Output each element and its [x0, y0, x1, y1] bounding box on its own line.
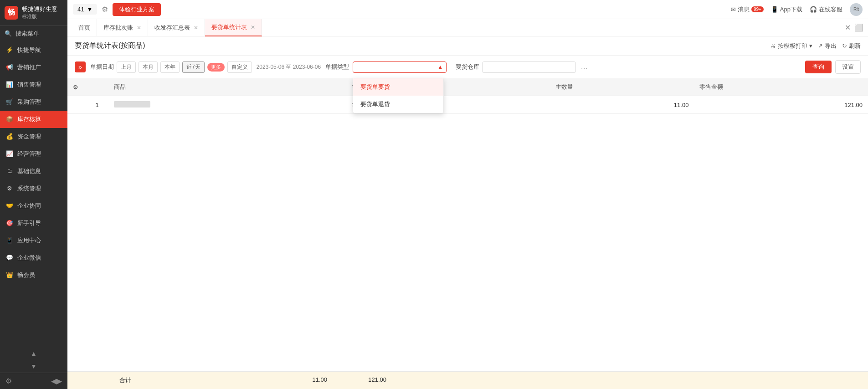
tab-close-receive-summary[interactable]: ✕ [194, 25, 198, 31]
sidebar-item-appstore[interactable]: 📱应用中心 [0, 232, 67, 249]
search-icon: 🔍 [5, 30, 12, 37]
message-icon: ✉ [731, 6, 736, 13]
sidebar-item-basic[interactable]: 🗂基础信息 [0, 163, 67, 180]
row-index-0: 1 [86, 96, 108, 114]
print-action[interactable]: 🖨 按模板打印 ▾ [770, 42, 812, 50]
sidebar: 畅 畅捷通好生意 标准版 🔍 搜索菜单 ⚡快捷导航📢营销推广📊销售管理🛒采购管理… [0, 0, 67, 389]
sidebar-nav: ⚡快捷导航📢营销推广📊销售管理🛒采购管理📦库存核算💰资金管理📈经营管理🗂基础信息… [0, 41, 67, 347]
sidebar-item-member[interactable]: 👑畅会员 [0, 266, 67, 284]
query-button[interactable]: 查询 [805, 61, 832, 73]
sidebar-item-wechat[interactable]: 💬企业微信 [0, 249, 67, 266]
tab-batch-account[interactable]: 库存批次账✕ [97, 19, 148, 36]
page-title: 要货单统计表(按商品) [75, 41, 145, 51]
avatar[interactable]: Rit [850, 3, 863, 16]
page-header-actions: 🖨 按模板打印 ▾ ↗ 导出 ↻ 刷新 [770, 42, 861, 50]
dropdown-item-return[interactable]: 要货单退货 [353, 96, 443, 113]
row-product-0 [108, 96, 346, 114]
warehouse-input[interactable] [482, 61, 576, 73]
collapse-icon[interactable]: ◀▶ [51, 377, 62, 385]
tab-receive-summary[interactable]: 收发存汇总表✕ [148, 19, 205, 36]
nav-icon-operations: 📈 [5, 150, 14, 158]
sidebar-search[interactable]: 🔍 搜索菜单 [0, 26, 67, 41]
nav-icon-quick-nav: ⚡ [5, 46, 14, 54]
nav-icon-guide: 🎯 [5, 219, 14, 227]
nav-label-quick-nav: 快捷导航 [17, 46, 41, 54]
close-window-btn[interactable]: ✕ [845, 23, 851, 32]
nav-label-guide: 新手引导 [17, 219, 41, 227]
col-qty-header: 主数量 [550, 78, 694, 96]
sidebar-item-purchase[interactable]: 🛒采购管理 [0, 93, 67, 111]
trial-button[interactable]: 体验行业方案 [113, 3, 161, 16]
sidebar-scroll-up[interactable]: ▲ [0, 347, 67, 360]
message-action[interactable]: ✉ 消息 99+ [731, 5, 764, 14]
date-this-year-btn[interactable]: 本年 [160, 61, 180, 73]
nav-icon-basic: 🗂 [5, 167, 14, 175]
date-this-month-btn[interactable]: 本月 [139, 61, 158, 73]
sidebar-item-inventory[interactable]: 📦库存核算 [0, 111, 67, 128]
filter-expand-btn[interactable]: » [75, 61, 86, 72]
nav-icon-system: ⚙ [5, 184, 14, 193]
sidebar-item-sales[interactable]: 📊销售管理 [0, 76, 67, 93]
sidebar-item-system[interactable]: ⚙系统管理 [0, 180, 67, 197]
gear-button[interactable]: ⚙ [102, 5, 108, 14]
table-row: 1 块 11.00 121.00 [67, 96, 868, 114]
date-last-month-btn[interactable]: 上月 [117, 61, 136, 73]
sidebar-item-finance[interactable]: 💰资金管理 [0, 128, 67, 145]
nav-label-finance: 资金管理 [17, 133, 41, 141]
brand-version: 标准版 [22, 13, 57, 20]
settings-icon[interactable]: ⚙ [5, 377, 12, 385]
nav-label-inventory: 库存核算 [17, 115, 41, 123]
more-filter-btn[interactable]: … [580, 63, 588, 71]
sidebar-scroll-down[interactable]: ▼ [0, 360, 67, 373]
type-select-input[interactable] [353, 61, 447, 73]
message-badge: 99+ [751, 6, 764, 12]
print-label: 按模板打印 [778, 42, 807, 50]
page-header: 要货单统计表(按商品) 🖨 按模板打印 ▾ ↗ 导出 ↻ 刷新 [67, 36, 868, 55]
date-7days-btn[interactable]: 近7天 [182, 61, 205, 73]
tab-home[interactable]: 首页 [72, 19, 97, 36]
expand-window-btn[interactable]: ⬜ [854, 23, 863, 32]
brand-name: 畅捷通好生意 [22, 5, 57, 13]
nav-icon-wechat: 💬 [5, 254, 14, 262]
filter-settings-button[interactable]: 设置 [835, 60, 861, 74]
row-settings-0[interactable] [67, 96, 86, 114]
avatar-text: Rit [850, 3, 863, 16]
main-area: 41 ▼ ⚙ 体验行业方案 ✉ 消息 99+ 📱 App下载 🎧 在线客服 Ri… [67, 0, 868, 389]
sidebar-item-enterprise[interactable]: 🤝企业协同 [0, 197, 67, 215]
date-more-btn[interactable]: 更多 [207, 63, 225, 72]
tab-close-batch-account[interactable]: ✕ [137, 25, 141, 31]
date-filter-label: 单据日期 [90, 63, 114, 71]
refresh-label: 刷新 [849, 42, 861, 50]
app-download-action[interactable]: 📱 App下载 [771, 5, 802, 14]
sidebar-item-guide[interactable]: 🎯新手引导 [0, 215, 67, 232]
refresh-action[interactable]: ↻ 刷新 [842, 42, 861, 50]
export-action[interactable]: ↗ 导出 [818, 42, 837, 50]
sidebar-item-quick-nav[interactable]: ⚡快捷导航 [0, 41, 67, 59]
row-amount-0: 121.00 [694, 96, 868, 114]
store-selector[interactable]: 41 ▼ [73, 4, 97, 15]
col-settings-header[interactable]: ⚙ [67, 78, 86, 96]
type-select-wrap: ▲ 要货单要货要货单退货 [353, 61, 447, 73]
date-custom-btn[interactable]: 自定义 [227, 61, 252, 73]
table-wrap: ⚙ 商品 主计量单位 主数量 零售金额 1 块 11.00 121.00 [67, 78, 868, 371]
tab-label-home: 首页 [78, 24, 90, 32]
nav-label-operations: 经营管理 [17, 150, 41, 158]
tab-order-stats[interactable]: 要货单统计表✕ [205, 19, 262, 36]
dropdown-item-order[interactable]: 要货单要货 [353, 78, 443, 96]
row-qty-0: 11.00 [550, 96, 694, 114]
sidebar-item-operations[interactable]: 📈经营管理 [0, 145, 67, 163]
nav-icon-appstore: 📱 [5, 236, 14, 245]
warehouse-filter-label: 要货仓库 [456, 63, 479, 71]
message-label: 消息 [738, 5, 750, 14]
header-left: 41 ▼ ⚙ 体验行业方案 [73, 3, 161, 16]
print-icon: 🖨 [770, 42, 776, 49]
footer-amount: 121.00 [333, 376, 392, 384]
nav-icon-marketing: 📢 [5, 63, 14, 72]
date-filter-section: 单据日期 上月 本月 本年 近7天 更多 自定义 [90, 61, 252, 73]
sidebar-item-marketing[interactable]: 📢营销推广 [0, 59, 67, 76]
nav-label-system: 系统管理 [17, 184, 41, 193]
nav-label-purchase: 采购管理 [17, 98, 41, 106]
support-action[interactable]: 🎧 在线客服 [810, 5, 842, 14]
nav-label-wechat: 企业微信 [17, 254, 41, 262]
tab-close-order-stats[interactable]: ✕ [251, 24, 255, 31]
